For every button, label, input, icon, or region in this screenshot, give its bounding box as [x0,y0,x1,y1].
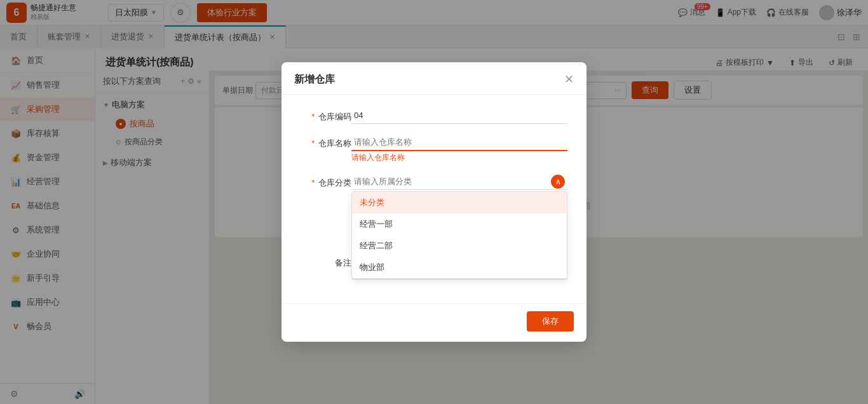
modal-save-button[interactable]: 保存 [527,311,574,332]
name-error-text: 请输入仓库名称 [351,152,567,163]
warehouse-code-input[interactable] [351,107,567,124]
name-label: * 仓库名称 [301,134,351,149]
dropdown-option-ops1[interactable]: 经营一部 [352,213,567,235]
modal-footer: 保存 [281,303,587,342]
remark-label: 备注 [301,253,351,269]
dropdown-option-uncategorized[interactable]: 未分类 [352,192,567,213]
code-label: * 仓库编码 [301,107,351,123]
category-field-row: * 仓库分类 ∧ 未分类 经营一部 经营二部 物业部 [301,173,567,190]
code-field-row: * 仓库编码 [301,107,567,124]
code-required-mark: * [311,112,315,121]
dropdown-option-ops2[interactable]: 经营二部 [352,235,567,257]
modal-title: 新增仓库 [294,73,335,86]
modal-overlay[interactable]: 新增仓库 ✕ * 仓库编码 * 仓库名称 [0,0,868,404]
chevron-up-icon: ∧ [555,177,561,186]
modal-header: 新增仓库 ✕ [281,62,587,95]
modal-body: * 仓库编码 * 仓库名称 请输入仓库名称 [281,95,587,298]
warehouse-category-input[interactable] [351,173,567,190]
code-field [351,107,567,124]
category-label: * 仓库分类 [301,173,351,189]
category-field: ∧ 未分类 经营一部 经营二部 物业部 [351,173,567,190]
category-dropdown-menu: 未分类 经营一部 经营二部 物业部 [351,191,567,279]
add-warehouse-modal: 新增仓库 ✕ * 仓库编码 * 仓库名称 [281,62,587,342]
category-required-mark: * [311,178,315,187]
modal-close-button[interactable]: ✕ [564,72,574,86]
name-field-row: * 仓库名称 请输入仓库名称 [301,134,567,163]
warehouse-name-input[interactable] [351,134,567,151]
name-required-mark: * [311,138,315,148]
dropdown-option-property[interactable]: 物业部 [352,257,567,278]
category-dropdown-chevron[interactable]: ∧ [551,175,565,189]
name-field: 请输入仓库名称 [351,134,567,163]
